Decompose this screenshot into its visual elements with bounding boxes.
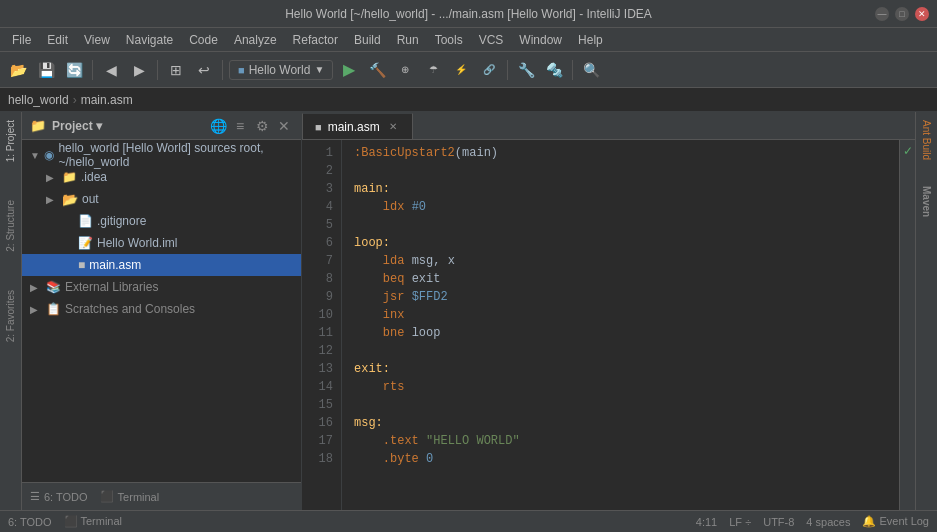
line-num-7: 7 (302, 252, 333, 270)
tree-item-scratches[interactable]: ▶ 📋 Scratches and Consoles (22, 298, 301, 320)
tree-item-external-libs[interactable]: ▶ 📚 External Libraries (22, 276, 301, 298)
breadcrumb-file[interactable]: main.asm (81, 93, 133, 107)
line-num-17: 17 (302, 432, 333, 450)
status-event-log[interactable]: 🔔 Event Log (862, 515, 929, 528)
forward-button[interactable]: ▶ (127, 58, 151, 82)
tree-item-main-asm[interactable]: ▶ ■ main.asm (22, 254, 301, 276)
menu-navigate[interactable]: Navigate (118, 31, 181, 49)
editor-tab-main-asm[interactable]: ■ main.asm ✕ (302, 113, 413, 139)
module-icon: ◉ (44, 148, 54, 162)
terminal-icon: ⬛ (100, 490, 114, 503)
ant-build-panel[interactable]: Ant Build (919, 116, 934, 164)
coverage-button[interactable]: ☂ (421, 58, 445, 82)
layout-button[interactable]: ⊞ (164, 58, 188, 82)
tool2-button[interactable]: 🔩 (542, 58, 566, 82)
project-header: 📁 Project ▾ 🌐 ≡ ⚙ ✕ (22, 112, 301, 140)
search-button[interactable]: 🔍 (579, 58, 603, 82)
scratch-icon: 📋 (46, 302, 61, 316)
open-button[interactable]: 📂 (6, 58, 30, 82)
toolbar: 📂 💾 🔄 ◀ ▶ ⊞ ↩ ■ Hello World ▼ ▶ 🔨 ⊕ ☂ ⚡ … (0, 52, 937, 88)
tree-item-root[interactable]: ▼ ◉ hello_world [Hello World] sources ro… (22, 144, 301, 166)
code-line-1: :BasicUpstart2(main) (354, 144, 887, 162)
tool1-button[interactable]: 🔧 (514, 58, 538, 82)
editor-area: ■ main.asm ✕ 1 2 3 4 5 6 7 8 9 10 11 12 … (302, 112, 915, 510)
sync-button[interactable]: 🔄 (62, 58, 86, 82)
tree-item-gitignore[interactable]: ▶ 📄 .gitignore (22, 210, 301, 232)
attach-button[interactable]: 🔗 (477, 58, 501, 82)
tree-label-gitignore: .gitignore (97, 214, 146, 228)
undo-button[interactable]: ↩ (192, 58, 216, 82)
status-encoding[interactable]: UTF-8 (763, 516, 794, 528)
menu-refactor[interactable]: Refactor (285, 31, 346, 49)
code-line-10: inx (354, 306, 887, 324)
status-terminal[interactable]: ⬛ Terminal (64, 515, 122, 528)
status-line-ending[interactable]: LF ÷ (729, 516, 751, 528)
run-configuration[interactable]: ■ Hello World ▼ (229, 60, 333, 80)
tree-label-scratches: Scratches and Consoles (65, 302, 195, 316)
footer-todo[interactable]: ☰ 6: TODO (30, 490, 88, 503)
code-line-17: .text "HELLO WORLD" (354, 432, 887, 450)
project-title: Project ▾ (52, 119, 203, 133)
run-button[interactable]: ▶ (337, 58, 361, 82)
status-position[interactable]: 4:11 (696, 516, 717, 528)
project-icon-close[interactable]: ✕ (275, 117, 293, 135)
breadcrumb-sep-1: › (73, 93, 77, 107)
sidebar-label-favorites[interactable]: 2: Favorites (3, 286, 18, 346)
menu-window[interactable]: Window (511, 31, 570, 49)
tree-label-libs: External Libraries (65, 280, 158, 294)
tree-item-iml[interactable]: ▶ 📝 Hello World.iml (22, 232, 301, 254)
project-header-icons: 🌐 ≡ ⚙ ✕ (209, 117, 293, 135)
save-button[interactable]: 💾 (34, 58, 58, 82)
sidebar-label-structure[interactable]: 2: Structure (3, 196, 18, 256)
breadcrumb-project[interactable]: hello_world (8, 93, 69, 107)
tree-label-out: out (82, 192, 99, 206)
menu-view[interactable]: View (76, 31, 118, 49)
tree-label-iml: Hello World.iml (97, 236, 177, 250)
tree-item-idea[interactable]: ▶ 📁 .idea (22, 166, 301, 188)
build-button[interactable]: 🔨 (365, 58, 389, 82)
line-num-11: 11 (302, 324, 333, 342)
footer-terminal[interactable]: ⬛ Terminal (100, 490, 160, 503)
sidebar-label-project[interactable]: 1: Project (3, 116, 18, 166)
code-line-2 (354, 162, 887, 180)
project-icon-globe[interactable]: 🌐 (209, 117, 227, 135)
project-panel-footer: ☰ 6: TODO ⬛ Terminal (22, 482, 301, 510)
status-todo[interactable]: 6: TODO (8, 516, 52, 528)
line-num-8: 8 (302, 270, 333, 288)
close-button[interactable]: ✕ (915, 7, 929, 21)
line-num-4: 4 (302, 198, 333, 216)
project-icon-settings[interactable]: ⚙ (253, 117, 271, 135)
code-line-18: .byte 0 (354, 450, 887, 468)
minimize-button[interactable]: — (875, 7, 889, 21)
title-bar: Hello World [~/hello_world] - .../main.a… (0, 0, 937, 28)
code-content[interactable]: :BasicUpstart2(main) main: ldx #0 loop: … (342, 140, 899, 510)
back-button[interactable]: ◀ (99, 58, 123, 82)
maven-panel[interactable]: Maven (919, 182, 934, 221)
left-strip: 1: Project 2: Structure 2: Favorites (0, 112, 22, 510)
project-icon-sort[interactable]: ≡ (231, 117, 249, 135)
tree-item-out[interactable]: ▶ 📂 out (22, 188, 301, 210)
menu-analyze[interactable]: Analyze (226, 31, 285, 49)
menu-edit[interactable]: Edit (39, 31, 76, 49)
line-num-18: 18 (302, 450, 333, 468)
status-indent[interactable]: 4 spaces (806, 516, 850, 528)
breadcrumb: hello_world › main.asm (0, 88, 937, 112)
line-num-6: 6 (302, 234, 333, 252)
menu-tools[interactable]: Tools (427, 31, 471, 49)
code-line-14: rts (354, 378, 887, 396)
menu-help[interactable]: Help (570, 31, 611, 49)
folder-icon-idea: 📁 (62, 170, 77, 184)
tab-close-main-asm[interactable]: ✕ (386, 120, 400, 134)
menu-run[interactable]: Run (389, 31, 427, 49)
line-num-3: 3 (302, 180, 333, 198)
menu-file[interactable]: File (4, 31, 39, 49)
add-config-button[interactable]: ⊕ (393, 58, 417, 82)
terminal-status-label: Terminal (80, 515, 122, 527)
code-line-3: main: (354, 180, 887, 198)
menu-vcs[interactable]: VCS (471, 31, 512, 49)
menu-code[interactable]: Code (181, 31, 226, 49)
line-num-5: 5 (302, 216, 333, 234)
maximize-button[interactable]: □ (895, 7, 909, 21)
menu-build[interactable]: Build (346, 31, 389, 49)
profile-button[interactable]: ⚡ (449, 58, 473, 82)
